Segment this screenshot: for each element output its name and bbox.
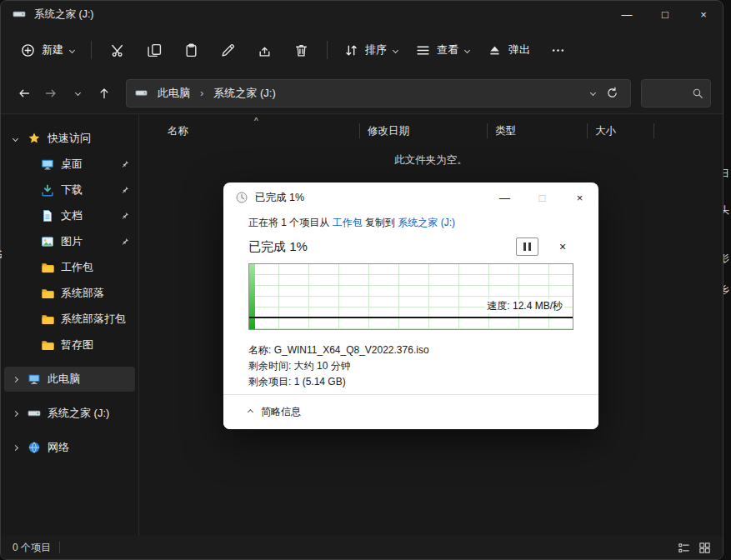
folder-icon (41, 261, 54, 274)
sidebar-item-documents[interactable]: 文档 (4, 203, 135, 228)
view-button[interactable]: 查看 (408, 36, 478, 64)
address-dropdown-icon[interactable] (590, 90, 596, 96)
new-button[interactable]: 新建 (13, 36, 83, 64)
progress-percent-label: 已完成 1% (248, 239, 308, 255)
cut-button[interactable] (100, 34, 135, 66)
sort-label: 排序 (365, 42, 387, 58)
copy-mid-text: 复制到 (363, 217, 398, 228)
search-box[interactable] (641, 79, 711, 108)
desktop-label-fragment: 安 (0, 248, 2, 262)
breadcrumb-this-pc[interactable]: 此电脑 (154, 84, 193, 102)
copy-destination-link[interactable]: 系统之家 (J:) (398, 217, 455, 228)
new-label: 新建 (42, 42, 63, 58)
refresh-icon (606, 87, 618, 99)
copy-description: 正在将 1 个项目从 工作包 复制到 系统之家 (J:) (248, 216, 573, 230)
large-icons-view-icon[interactable] (698, 542, 711, 554)
toolbar-divider (327, 41, 328, 59)
column-divider[interactable] (359, 123, 360, 138)
search-icon (692, 88, 703, 99)
rename-pencil-icon (221, 43, 235, 58)
column-header-type[interactable]: 类型 (495, 124, 516, 138)
plus-circle-icon (21, 43, 35, 58)
sidebar-item-folder-gongzuobao[interactable]: 工作包 (4, 255, 135, 280)
eject-icon (488, 43, 502, 58)
eject-button[interactable]: 弹出 (479, 36, 538, 64)
details-view-icon[interactable] (678, 542, 690, 554)
sidebar-item-quick-access[interactable]: 快速访问 (4, 126, 135, 151)
column-header-name[interactable]: 名称 (168, 124, 188, 138)
share-button[interactable] (247, 34, 282, 66)
search-input[interactable] (648, 88, 687, 99)
pause-button[interactable] (516, 238, 538, 256)
rename-button[interactable] (210, 34, 245, 66)
drive-icon (28, 407, 41, 420)
sidebar-item-folder-xitongbuluo[interactable]: 系统部落 (4, 281, 135, 306)
copy-button[interactable] (137, 34, 172, 66)
dialog-close-button[interactable]: × (561, 182, 598, 212)
file-name-line: 名称: G_WIN11_X64_Q8_V2022.376.iso (248, 342, 573, 358)
desktop-label-fragment: 乡 (723, 283, 729, 298)
breadcrumb-drive[interactable]: 系统之家 (J:) (210, 84, 278, 102)
up-button[interactable] (93, 82, 116, 105)
sidebar-item-desktop[interactable]: 桌面 (4, 152, 135, 177)
sidebar-item-network[interactable]: 网络 (4, 435, 135, 460)
sidebar-item-folder-zancuntu[interactable]: 暂存图 (4, 332, 135, 358)
more-dots-icon (551, 43, 565, 58)
folder-icon (41, 312, 54, 326)
column-divider[interactable] (653, 123, 654, 138)
cancel-copy-button[interactable]: × (552, 240, 573, 253)
column-divider[interactable] (587, 123, 588, 138)
transfer-speed-chart: 速度: 12.4 MB/秒 (248, 263, 573, 330)
pause-icon (523, 242, 526, 251)
explorer-window: 系统之家 (J:) — □ × 新建 (0, 0, 723, 560)
sort-button[interactable]: 排序 (336, 36, 406, 64)
copy-icon (148, 43, 162, 58)
status-bar: 0 个项目 (1, 536, 723, 559)
paste-button[interactable] (173, 34, 208, 66)
refresh-button[interactable] (602, 83, 622, 103)
delete-button[interactable] (283, 34, 318, 66)
drive-icon (135, 87, 148, 99)
more-button[interactable] (540, 34, 575, 66)
navigation-pane: 快速访问 桌面 下载 文档 图片 (1, 115, 139, 536)
picture-icon (41, 235, 54, 248)
computer-icon (28, 372, 41, 386)
pin-icon (120, 211, 130, 221)
item-count: 0 个项目 (13, 541, 51, 555)
arrow-up-icon (98, 87, 111, 100)
transfer-details: 名称: G_WIN11_X64_Q8_V2022.376.iso 剩余时间: 大… (248, 342, 573, 390)
status-divider (59, 542, 60, 553)
sidebar-item-downloads[interactable]: 下载 (4, 178, 135, 202)
details-toggle[interactable]: 简略信息 (223, 394, 598, 429)
copy-source-link[interactable]: 工作包 (333, 217, 363, 228)
folder-icon (41, 338, 54, 352)
close-button[interactable]: × (684, 1, 723, 28)
column-header-date-modified[interactable]: 修改日期 (368, 124, 409, 138)
window-title: 系统之家 (J:) (34, 8, 94, 22)
dialog-body: 正在将 1 个项目从 工作包 复制到 系统之家 (J:) 已完成 1% × 速度… (223, 212, 598, 390)
dialog-minimize-button[interactable]: — (486, 182, 523, 212)
forward-button[interactable] (39, 82, 63, 105)
address-bar[interactable]: 此电脑 › 系统之家 (J:) (126, 79, 631, 108)
desktop-label-fragment: 日 (723, 167, 729, 181)
recent-locations-button[interactable] (66, 82, 89, 105)
column-header-size[interactable]: 大小 (595, 124, 616, 138)
column-divider[interactable] (487, 123, 488, 138)
sidebar-item-pictures[interactable]: 图片 (4, 229, 135, 254)
sidebar-item-this-pc[interactable]: 此电脑 (4, 367, 135, 392)
chevron-right-icon (12, 444, 18, 450)
back-button[interactable] (13, 82, 36, 105)
sidebar-item-folder-xitongbuluo-dabao[interactable]: 系统部落打包 (4, 307, 135, 332)
minimize-button[interactable]: — (608, 1, 646, 28)
copy-clock-icon (235, 191, 248, 204)
arrow-left-icon (18, 87, 31, 100)
sidebar-item-drive-j[interactable]: 系统之家 (J:) (4, 401, 135, 426)
pin-icon (120, 237, 130, 247)
maximize-button[interactable]: □ (646, 1, 684, 28)
breadcrumb-separator: › (200, 87, 203, 99)
chevron-down-icon (69, 47, 75, 52)
scissors-icon (111, 43, 125, 58)
desktop-icon (41, 158, 54, 171)
dialog-title: 已完成 1% (255, 191, 304, 205)
items-remaining-line: 剩余项目: 1 (5.14 GB) (248, 374, 573, 390)
